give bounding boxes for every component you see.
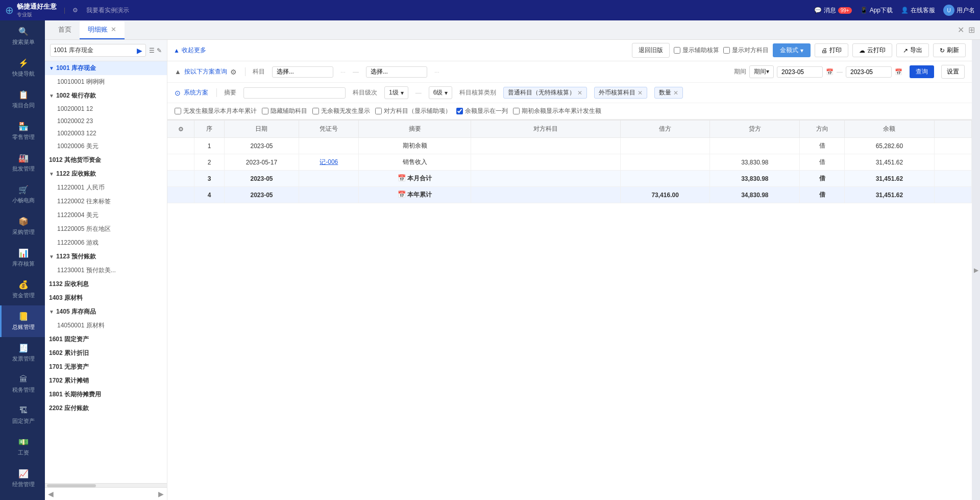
sidebar-item-purchase[interactable]: 📦 采购管理: [0, 210, 45, 242]
tab-close-btn[interactable]: ✕: [111, 26, 116, 33]
format-btn[interactable]: 金额式 ▾: [773, 43, 811, 57]
period-type-select[interactable]: 期间▾: [749, 65, 774, 78]
tree-item-1123[interactable]: ▼ 1123 预付账款: [45, 250, 167, 264]
query-settings-icon[interactable]: ⚙: [230, 68, 237, 76]
tree-item-1601[interactable]: 1601 固定资产: [45, 332, 167, 346]
subject-input[interactable]: [272, 66, 333, 78]
tree-item-10020001[interactable]: 10020001 12: [45, 103, 167, 115]
account-search-box[interactable]: 1001 库存现金 ▶: [50, 44, 146, 57]
filter-tag-close-2[interactable]: ✕: [673, 89, 678, 97]
user-area[interactable]: U 用户名: [943, 5, 975, 16]
tree-item-1701[interactable]: 1701 无形资产: [45, 360, 167, 374]
query-collapse-icon[interactable]: ▲: [175, 68, 181, 76]
sidebar-item-capital[interactable]: 💰 资金管理: [0, 274, 45, 305]
show-aux-input[interactable]: [674, 47, 680, 54]
tree-item-1403[interactable]: 1403 原材料: [45, 291, 167, 305]
tree-hscroll[interactable]: [45, 483, 167, 487]
period-end-input[interactable]: [846, 66, 892, 78]
period-calendar-end[interactable]: 📅: [895, 68, 902, 76]
sidebar-item-ledger[interactable]: 📒 总账管理: [0, 305, 45, 337]
cb-no-occur[interactable]: 无发生额显示本月本年累计: [175, 107, 257, 115]
right-collapse-btn[interactable]: ▶: [972, 40, 980, 500]
tree-item-10020006[interactable]: 10020006 美元: [45, 139, 167, 153]
subject-input2[interactable]: [366, 66, 427, 78]
tree-item-1002[interactable]: ▼ 1002 银行存款: [45, 89, 167, 103]
sidebar-item-shortcut[interactable]: ⚡ 快捷导航: [0, 52, 45, 84]
tree-item-11220005[interactable]: 11220005 所在地区: [45, 222, 167, 236]
sidebar-item-project[interactable]: 📋 项目合同: [0, 84, 45, 115]
tree-item-1132[interactable]: 1132 应收利息: [45, 277, 167, 291]
tree-item-10020003[interactable]: 10020003 122: [45, 127, 167, 139]
tree-item-1602[interactable]: 1602 累计折旧: [45, 346, 167, 360]
app-download-btn[interactable]: 📱 App下载: [860, 6, 893, 15]
account-search-nav[interactable]: ▶: [137, 46, 142, 55]
tree-item-1122[interactable]: ▼ 1122 应收账款: [45, 167, 167, 181]
tab-close-icon[interactable]: ✕: [958, 25, 964, 35]
cb-no-occur-input[interactable]: [175, 108, 181, 114]
edit-view-icon[interactable]: ✎: [157, 47, 162, 54]
cb-contra[interactable]: 对方科目（显示辅助项）: [375, 107, 451, 115]
tree-collapse-right[interactable]: ▶: [158, 490, 164, 498]
print-btn[interactable]: 🖨 打印: [815, 43, 848, 57]
show-contra-input[interactable]: [723, 47, 730, 54]
tree-collapse-left[interactable]: ◀: [48, 490, 54, 498]
search-btn[interactable]: 查询: [910, 65, 934, 78]
sidebar-item-ecommerce[interactable]: 🛒 小畅电商: [0, 179, 45, 210]
cb-one-col[interactable]: 余额显示在一列: [456, 107, 508, 115]
sidebar-item-reimbursement[interactable]: 🧾 小畅报销: [0, 494, 45, 500]
tree-item-1012[interactable]: 1012 其他货币资金: [45, 153, 167, 167]
sidebar-item-retail[interactable]: 🏪 零售管理: [0, 115, 45, 147]
tab-detail[interactable]: 明细账 ✕: [80, 21, 125, 39]
level-end-select[interactable]: 6级 ▾: [429, 86, 453, 99]
tree-item-1801[interactable]: 1801 长期待摊费用: [45, 388, 167, 401]
cb-contra-input[interactable]: [375, 108, 382, 114]
show-contra-check[interactable]: 显示对方科目: [723, 46, 769, 55]
settings-btn[interactable]: 设置: [941, 65, 965, 79]
back-btn[interactable]: 退回旧版: [632, 43, 670, 58]
tree-item-1405[interactable]: ▼ 1405 库存商品: [45, 305, 167, 319]
sidebar-item-payroll[interactable]: 💵 工资: [0, 431, 45, 463]
message-btn[interactable]: 💬 消息 99+: [814, 6, 852, 15]
tree-item-1702[interactable]: 1702 累计摊销: [45, 374, 167, 388]
tree-item-11220001[interactable]: 11220001 人民币: [45, 181, 167, 195]
expand-filter-btn[interactable]: ▲ 收起更多: [174, 46, 206, 55]
tree-item-14050001[interactable]: 14050001 原材料: [45, 319, 167, 332]
cb-begin-bal-input[interactable]: [513, 108, 520, 114]
sidebar-item-wholesale[interactable]: 🏭 批发管理: [0, 147, 45, 179]
tree-item-11220004[interactable]: 11220004 美元: [45, 208, 167, 222]
sidebar-item-tax[interactable]: 🏛 税务管理: [0, 369, 45, 400]
show-aux-check[interactable]: 显示辅助核算: [674, 46, 719, 55]
demo-link[interactable]: 我要看实例演示: [86, 6, 129, 15]
period-calendar-start[interactable]: 📅: [826, 68, 834, 76]
period-start-input[interactable]: [777, 66, 823, 78]
cb-hide-aux[interactable]: 隐藏辅助科目: [262, 107, 307, 115]
tree-item-1001[interactable]: ▼ 1001 库存现金: [45, 61, 167, 75]
voucher-link[interactable]: 记-006: [320, 158, 338, 165]
sidebar-item-invoice[interactable]: 🧾 发票管理: [0, 337, 45, 369]
summary-input[interactable]: [243, 87, 346, 99]
cloud-print-btn[interactable]: ☁ 云打印: [852, 43, 892, 57]
filter-tag-close-1[interactable]: ✕: [638, 89, 643, 97]
tree-item-2202[interactable]: 2202 应付账款: [45, 401, 167, 415]
row2-voucher[interactable]: 记-006: [299, 154, 359, 171]
cb-begin-bal[interactable]: 期初余额显示本年累计发生额: [513, 107, 601, 115]
level-start-select[interactable]: 1级 ▾: [384, 86, 408, 99]
sidebar-item-search[interactable]: 🔍 搜索菜单: [0, 20, 45, 52]
tree-item-10010001[interactable]: 10010001 咧咧咧: [45, 75, 167, 89]
settings-icon[interactable]: ⚙: [72, 7, 78, 14]
scheme-label[interactable]: 系统方案: [184, 88, 208, 97]
sidebar-item-business[interactable]: 📈 经营管理: [0, 463, 45, 494]
list-view-icon[interactable]: ☰: [149, 47, 155, 54]
refresh-btn[interactable]: ↻ 刷新: [933, 43, 966, 57]
sidebar-item-assets[interactable]: 🏗 固定资产: [0, 400, 45, 431]
cb-one-col-input[interactable]: [456, 108, 463, 114]
tree-item-11220002[interactable]: 11220002 往来标签: [45, 195, 167, 208]
th-settings[interactable]: ⚙: [167, 121, 194, 138]
export-btn[interactable]: ↗ 导出: [896, 43, 929, 57]
cb-no-balance[interactable]: 无余额无发生显示: [312, 107, 370, 115]
filter-tag-close-0[interactable]: ✕: [577, 89, 582, 97]
sidebar-item-inventory[interactable]: 📊 库存核算: [0, 242, 45, 274]
cb-no-balance-input[interactable]: [312, 108, 319, 114]
tree-item-11230001[interactable]: 11230001 预付款美...: [45, 264, 167, 277]
tab-home[interactable]: 首页: [50, 21, 80, 39]
